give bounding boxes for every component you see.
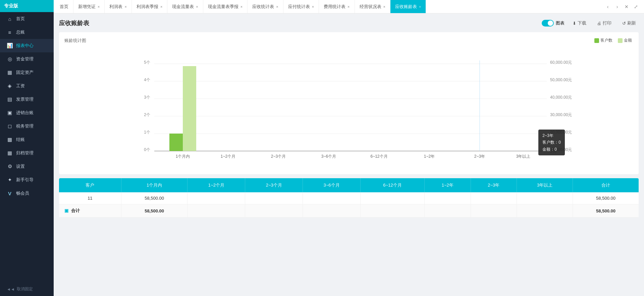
tab-expense-stat[interactable]: 费用统计表 ×	[319, 0, 355, 13]
tab-cashflow-quarterly-close[interactable]: ×	[240, 5, 243, 9]
download-label: 下载	[578, 20, 586, 26]
print-label: 打印	[603, 20, 611, 26]
th-customer: 客户	[59, 178, 121, 192]
sidebar-item-ledger[interactable]: ≡ 总账	[0, 26, 54, 39]
closeaccount-icon: ▩	[7, 137, 13, 143]
sidebar-item-label: 畅会员	[16, 190, 29, 196]
print-button[interactable]: 🖨 打印	[594, 19, 614, 28]
sidebar-item-archive[interactable]: ▦ 归档管理	[0, 146, 54, 160]
total-label-text: 合计	[71, 208, 80, 213]
page-title: 应收账龄表	[59, 19, 89, 27]
tab-biz-status[interactable]: 经营状况表 ×	[355, 0, 390, 13]
tab-cashflow[interactable]: 现金流量表 ×	[167, 0, 203, 13]
th-m1: 1个月内	[121, 178, 187, 192]
total-y2	[424, 204, 471, 217]
sidebar-item-label: 设置	[16, 163, 25, 169]
tab-aging-close[interactable]: ×	[419, 5, 421, 9]
tab-profit-quarterly-close[interactable]: ×	[160, 5, 162, 9]
sidebar-item-salary[interactable]: ◈ 工资	[0, 79, 54, 93]
legend-customers: 客户数	[594, 38, 612, 43]
sidebar-item-member[interactable]: V 畅会员	[0, 187, 54, 200]
tab-profit[interactable]: 利润表 ×	[105, 0, 131, 13]
invoice-icon: ▤	[7, 96, 13, 102]
sidebar-pin-toggle[interactable]: ◄◄ 取消固定	[0, 282, 54, 296]
th-total: 合计	[573, 178, 639, 192]
th-y3: 2~3年	[471, 178, 517, 192]
tab-bar: 首页 新增凭证 × 利润表 × 利润表季报 × 现金流量表 × 现金流量表季报 …	[54, 0, 644, 13]
tab-payable-stat[interactable]: 应付统计表 ×	[283, 0, 319, 13]
download-button[interactable]: ⬇ 下载	[570, 19, 589, 28]
chart-container: 账龄统计图 客户数 金额 5个 4个 3个 2个	[59, 32, 639, 174]
tab-biz-status-close[interactable]: ×	[383, 5, 385, 9]
tab-profit-quarterly[interactable]: 利润表季报 ×	[132, 0, 167, 13]
sidebar-item-closeaccount[interactable]: ▩ 结账	[0, 133, 54, 146]
tab-profit-close[interactable]: ×	[124, 5, 126, 9]
tab-aging[interactable]: 应收账龄表 ×	[390, 0, 426, 13]
sidebar-item-report[interactable]: 📊 报表中心	[0, 39, 54, 52]
total-m2	[187, 204, 245, 217]
home-icon: ⌂	[7, 16, 13, 22]
svg-text:0元: 0元	[550, 149, 556, 154]
total-m12	[361, 204, 425, 217]
table-total-row: ▣ 合计 58,500.00 58,500.00	[59, 204, 639, 217]
bar-amount-1	[183, 66, 196, 151]
legend-amount-label: 金额	[624, 38, 632, 43]
sidebar-item-label: 新手引导	[16, 177, 34, 183]
tab-voucher[interactable]: 新增凭证 ×	[73, 0, 105, 13]
svg-text:2个: 2个	[144, 112, 150, 117]
purchase-icon: ▣	[7, 110, 13, 116]
tab-next-button[interactable]: ›	[613, 3, 621, 11]
total-yplus	[517, 204, 573, 217]
sidebar-item-funds[interactable]: ◎ 资金管理	[0, 52, 54, 66]
tab-payable-stat-close[interactable]: ×	[312, 5, 314, 9]
ledger-icon: ≡	[7, 30, 13, 35]
bar-customers-1	[169, 134, 183, 151]
sidebar-item-assets[interactable]: ▦ 固定资产	[0, 66, 54, 79]
tab-maximize-button[interactable]: ⤢	[632, 3, 640, 11]
chart-svg: 5个 4个 3个 2个 1个 0个 60,000.00元 50,000.00元 …	[64, 47, 633, 168]
cell-m12	[361, 192, 425, 204]
th-yplus: 3年以上	[517, 178, 573, 192]
tab-prev-button[interactable]: ‹	[604, 3, 612, 11]
sidebar-item-tax[interactable]: ◻ 税务管理	[0, 119, 54, 133]
archive-icon: ▦	[7, 150, 13, 156]
tab-receivable-stat-close[interactable]: ×	[276, 5, 278, 9]
svg-text:20,000.00元: 20,000.00元	[550, 130, 572, 135]
total-m6	[303, 204, 361, 217]
tab-receivable-stat[interactable]: 应收统计表 ×	[248, 0, 283, 13]
tab-cashflow-quarterly-label: 现金流量表季报	[208, 4, 238, 10]
tab-close-all-button[interactable]: ✕	[623, 3, 631, 11]
svg-text:2~3年: 2~3年	[474, 154, 485, 159]
refresh-icon: ↺	[622, 21, 626, 26]
total-m3	[245, 204, 303, 217]
tab-cashflow-label: 现金流量表	[172, 4, 194, 10]
funds-icon: ◎	[7, 56, 13, 62]
table-header-row: 客户 1个月内 1~2个月 2~3个月 3~6个月 6~12个月 1~2年 2~…	[59, 178, 639, 192]
sidebar-item-settings[interactable]: ⚙ 设置	[0, 160, 54, 173]
sidebar-item-purchase[interactable]: ▣ 进销台账	[0, 106, 54, 119]
sidebar-item-label: 税务管理	[16, 123, 34, 129]
svg-text:40,000.00元: 40,000.00元	[550, 95, 572, 100]
tab-voucher-close[interactable]: ×	[98, 5, 100, 9]
cell-yplus	[517, 192, 573, 204]
tab-expense-stat-label: 费用统计表	[324, 4, 345, 10]
refresh-button[interactable]: ↺ 刷新	[620, 19, 639, 28]
chart-toggle[interactable]	[542, 20, 554, 27]
page-title-bar: 应收账龄表 图表 ⬇ 下载 🖨 打印 ↺ 刷新	[59, 19, 639, 28]
th-y2: 1~2年	[424, 178, 471, 192]
legend-amount-dot	[618, 38, 623, 43]
chart-toggle-label: 图表	[556, 20, 565, 26]
sidebar-item-label: 报表中心	[16, 43, 34, 49]
sidebar-item-invoice[interactable]: ▤ 发票管理	[0, 93, 54, 106]
legend-amount: 金额	[618, 38, 632, 43]
total-total: 58,500.00	[573, 204, 639, 217]
tab-expense-stat-close[interactable]: ×	[347, 5, 350, 9]
tab-cashflow-close[interactable]: ×	[196, 5, 198, 9]
sidebar-item-guide[interactable]: ✦ 新手引导	[0, 173, 54, 187]
th-m12: 6~12个月	[361, 178, 425, 192]
main-content: 首页 新增凭证 × 利润表 × 利润表季报 × 现金流量表 × 现金流量表季报 …	[54, 0, 644, 296]
tab-cashflow-quarterly[interactable]: 现金流量表季报 ×	[203, 0, 248, 13]
sidebar-item-home[interactable]: ⌂ 首页	[0, 12, 54, 26]
tab-home[interactable]: 首页	[55, 0, 73, 13]
chart-legend: 客户数 金额	[594, 38, 632, 43]
